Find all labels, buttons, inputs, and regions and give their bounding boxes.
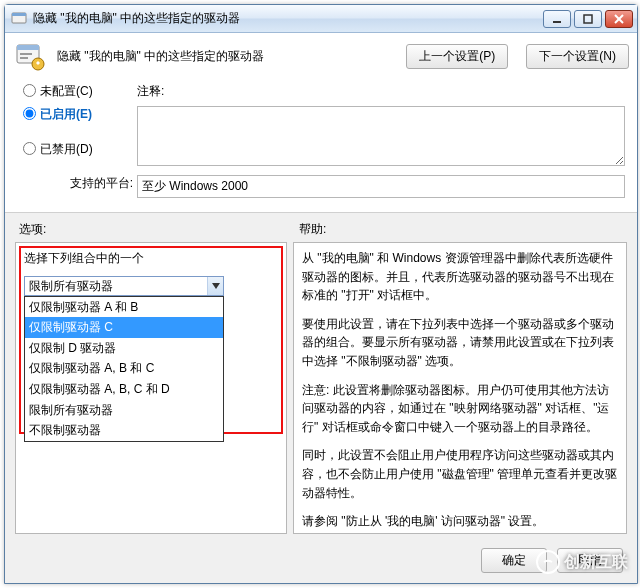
combo-item[interactable]: 不限制驱动器 bbox=[25, 420, 223, 441]
help-header: 帮助: bbox=[299, 221, 326, 238]
svg-marker-11 bbox=[212, 283, 220, 289]
radio-disabled[interactable]: 已禁用(D) bbox=[23, 141, 133, 170]
prev-setting-button[interactable]: 上一个设置(P) bbox=[406, 44, 508, 69]
radio-enabled[interactable]: 已启用(E) bbox=[23, 106, 133, 135]
help-paragraph: 要使用此设置，请在下拉列表中选择一个驱动器或多个驱动器的组合。要显示所有驱动器，… bbox=[302, 315, 618, 371]
next-setting-button[interactable]: 下一个设置(N) bbox=[526, 44, 629, 69]
title-bar: 隐藏 "我的电脑" 中的这些指定的驱动器 bbox=[5, 5, 637, 33]
combo-list[interactable]: 仅限制驱动器 A 和 B 仅限制驱动器 C 仅限制 D 驱动器 仅限制驱动器 A… bbox=[24, 296, 224, 442]
combo-item[interactable]: 仅限制驱动器 A, B, C 和 D bbox=[25, 379, 223, 400]
help-panel: 从 "我的电脑" 和 Windows 资源管理器中删除代表所选硬件驱动器的图标。… bbox=[293, 242, 627, 534]
combo-item[interactable]: 仅限制 D 驱动器 bbox=[25, 338, 223, 359]
drive-combo[interactable]: 限制所有驱动器 仅限制驱动器 A 和 B 仅限制驱动器 C 仅限制 D 驱动器 … bbox=[24, 276, 224, 296]
options-title: 选择下列组合中的一个 bbox=[24, 249, 278, 268]
policy-icon bbox=[13, 39, 47, 73]
combo-item[interactable]: 限制所有驱动器 bbox=[25, 400, 223, 421]
header-text: 隐藏 "我的电脑" 中的这些指定的驱动器 bbox=[57, 48, 396, 65]
combo-item[interactable]: 仅限制驱动器 C bbox=[25, 317, 223, 338]
help-paragraph: 同时，此设置不会阻止用户使用程序访问这些驱动器或其内容，也不会防止用户使用 "磁… bbox=[302, 446, 618, 502]
app-icon bbox=[11, 11, 27, 27]
svg-rect-7 bbox=[17, 45, 39, 50]
ok-button[interactable]: 确定 bbox=[481, 548, 547, 573]
svg-rect-9 bbox=[20, 57, 28, 59]
cancel-button[interactable]: 取消 bbox=[557, 548, 623, 573]
svg-rect-3 bbox=[584, 15, 592, 23]
combo-item[interactable]: 仅限制驱动器 A, B 和 C bbox=[25, 358, 223, 379]
chevron-down-icon[interactable] bbox=[207, 277, 223, 295]
platform-label: 支持的平台: bbox=[70, 176, 133, 190]
options-header: 选项: bbox=[19, 221, 299, 238]
help-paragraph: 从 "我的电脑" 和 Windows 资源管理器中删除代表所选硬件驱动器的图标。… bbox=[302, 249, 618, 305]
options-panel: 选择下列组合中的一个 限制所有驱动器 仅限制驱动器 A 和 B 仅限制驱动器 C… bbox=[15, 242, 287, 534]
close-button[interactable] bbox=[605, 10, 633, 28]
comment-textarea[interactable] bbox=[137, 106, 625, 166]
platform-field[interactable]: 至少 Windows 2000 bbox=[137, 175, 625, 198]
combo-item[interactable]: 仅限制驱动器 A 和 B bbox=[25, 297, 223, 318]
comment-label: 注释: bbox=[137, 84, 164, 98]
help-paragraph: 注意: 此设置将删除驱动器图标。用户仍可使用其他方法访问驱动器的内容，如通过在 … bbox=[302, 381, 618, 437]
combo-selected: 限制所有驱动器 bbox=[24, 276, 224, 296]
svg-rect-8 bbox=[20, 53, 32, 55]
minimize-button[interactable] bbox=[543, 10, 571, 28]
svg-rect-1 bbox=[12, 13, 26, 16]
radio-not-configured[interactable]: 未配置(C) bbox=[23, 83, 133, 100]
window-title: 隐藏 "我的电脑" 中的这些指定的驱动器 bbox=[33, 10, 540, 27]
maximize-button[interactable] bbox=[574, 10, 602, 28]
help-paragraph: 请参阅 "防止从 '我的电脑' 访问驱动器" 设置。 bbox=[302, 512, 618, 531]
